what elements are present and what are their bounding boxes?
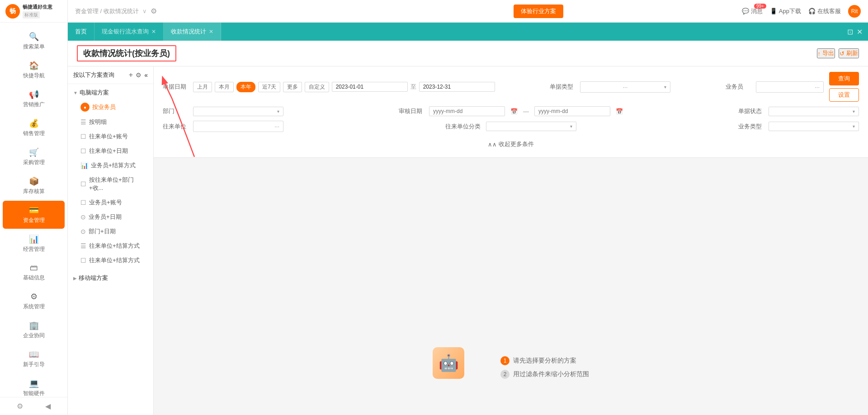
scheme-item-partner-account[interactable]: ☐ 往来单位+账号 [68, 129, 153, 144]
online-service-label: 在线客服 [817, 7, 841, 15]
nav-item-enterprise[interactable]: 🏢 企业协同 [3, 316, 65, 344]
date-from-input[interactable] [332, 82, 408, 92]
scheme-item-dept-date[interactable]: ⊙ 部门+日期 [68, 224, 153, 239]
online-service-button[interactable]: 🎧 在线客服 [808, 7, 841, 15]
filter-area: 单据日期 上月 本月 本年 近7天 更多 自定义 至 [154, 66, 868, 158]
nav-item-hardware[interactable]: 💻 智能硬件 [3, 374, 65, 397]
calendar-icon-1[interactable]: 📅 [510, 108, 518, 115]
refresh-button[interactable]: ↺ 刷新 [839, 48, 859, 58]
date-btn-last-month[interactable]: 上月 [193, 82, 212, 92]
tab-receipt-stats-close-icon[interactable]: ✕ [209, 28, 213, 35]
tab-home-label: 首页 [75, 28, 87, 36]
nav-item-inventory[interactable]: 📦 库存核算 [3, 172, 65, 200]
export-button[interactable]: ↑ 导出 [817, 48, 835, 58]
filter-actions: 查询 设置 [829, 72, 859, 102]
trial-button[interactable]: 体验行业方案 [514, 5, 563, 18]
tab-home[interactable]: 首页 [68, 23, 94, 41]
salesman-select[interactable]: ··· [756, 81, 824, 93]
dept-arrow-icon: ▾ [277, 109, 279, 114]
partner-type-label: 往来单位分类 [445, 123, 481, 131]
salesman-more-icon[interactable]: ··· [815, 84, 820, 90]
tabbar: 首页 现金银行流水查询 ✕ 收款情况统计 ✕ ⊡ ✕ [68, 23, 868, 41]
sidebar-collapse-button[interactable]: ◀ [45, 402, 51, 410]
scheme-item-partner-date[interactable]: ☐ 往来单位+日期 [68, 144, 153, 158]
doc-type-select[interactable]: ··· ▾ [580, 81, 670, 93]
scheme-item-partner-dept-receipt[interactable]: ☐ 按往来单位+部门+收... [68, 173, 153, 195]
biz-type-select[interactable]: ▾ [769, 122, 859, 131]
partner-more-icon[interactable]: ··· [274, 123, 279, 130]
date-btn-7days[interactable]: 近7天 [258, 82, 280, 92]
collapse-more-button[interactable]: ∧∧ 收起更多条件 [484, 137, 538, 152]
nav-item-operation[interactable]: 📊 经营管理 [3, 230, 65, 258]
basic-icon: 🗃 [30, 263, 38, 273]
scheme-item-by-salesman[interactable]: ● 按业务员 [68, 99, 153, 115]
scheme-item-salesman-account[interactable]: ☐ 业务员+账号 [68, 195, 153, 210]
nav-item-finance[interactable]: 💳 资金管理 [3, 201, 65, 229]
partner-type-select[interactable]: ▾ [486, 122, 576, 131]
scheme-item-salesman-settlement[interactable]: 📊 业务员+结算方式 [68, 158, 153, 173]
app-download-icon: 📱 [770, 8, 777, 14]
partner-settlement1-icon: ☰ [80, 242, 86, 250]
salesman-dot-icon: ● [84, 105, 86, 110]
nav-item-basic[interactable]: 🗃 基础信息 [3, 259, 65, 286]
partner-input[interactable]: ··· [193, 121, 283, 132]
topbar-breadcrumb: 资金管理 / 收款情况统计 [75, 7, 139, 15]
nav-item-marketing[interactable]: 📢 营销推广 [3, 85, 65, 113]
tab-bank-flow[interactable]: 现金银行流水查询 ✕ [94, 23, 164, 41]
left-panel-icons: + ⚙ « [129, 71, 148, 79]
filter-row-3: 往来单位 ··· 往来单位分类 ▾ 业务类型 [163, 121, 859, 132]
add-scheme-button[interactable]: + [129, 71, 133, 79]
topbar: 资金管理 / 收款情况统计 ∨ ⚙ 体验行业方案 💬 消息 99+ 📱 App下… [68, 0, 868, 23]
nav-label-guide: 新手引导 [23, 361, 45, 368]
date-range-separator: 至 [410, 83, 416, 91]
nav-item-search-menu[interactable]: 🔍 搜索菜单 [3, 27, 65, 55]
nav-item-system[interactable]: ⚙ 系统管理 [3, 287, 65, 315]
scheme-item-partner-settlement1[interactable]: ☰ 往来单位+结算方式 [68, 239, 153, 253]
date-btn-more[interactable]: 更多 [283, 82, 302, 92]
tab-window-icon[interactable]: ✕ [857, 28, 863, 36]
app-download-button[interactable]: 📱 App下载 [770, 7, 801, 15]
tab-bank-flow-close-icon[interactable]: ✕ [151, 28, 156, 35]
doc-type-more-icon[interactable]: ··· [623, 84, 627, 90]
nav-item-quick-nav[interactable]: 🏠 快捷导航 [3, 56, 65, 84]
user-avatar[interactable]: Rit [848, 5, 861, 18]
scheme-item-salesman-date[interactable]: ⊙ 业务员+日期 [68, 210, 153, 224]
audit-to-input[interactable] [534, 106, 610, 116]
sidebar-settings-button[interactable]: ⚙ [17, 402, 23, 410]
scheme-group-pc-header[interactable]: ▼ 电脑端方案 [68, 86, 153, 99]
date-btn-custom[interactable]: 自定义 [305, 82, 329, 92]
collapse-row: ∧∧ 收起更多条件 [163, 137, 859, 152]
filter-settings-button[interactable]: 设置 [829, 88, 859, 102]
query-button[interactable]: 查询 [829, 72, 859, 85]
scheme-settings-icon[interactable]: ⚙ [136, 71, 142, 79]
nav-item-sales[interactable]: 💰 销售管理 [3, 114, 65, 142]
collapse-chevron-icon: ∧∧ [488, 141, 497, 148]
dept-select[interactable]: ▾ [193, 107, 283, 116]
scheme-item-partner-settlement2[interactable]: ☐ 往来单位+结算方式 [68, 253, 153, 268]
filter-row-2: 部门 ▾ 审核日期 📅 — 📅 单据状态 [163, 106, 859, 116]
scheme-group-mobile-header[interactable]: ▶ 移动端方案 [68, 271, 153, 285]
doc-status-select[interactable]: ▾ [769, 107, 859, 116]
scheme-item-partner-dept-receipt-label: 按往来单位+部门+收... [89, 176, 148, 192]
tab-receipt-stats[interactable]: 收款情况统计 ✕ [164, 23, 221, 41]
logo-text: 畅捷通好生意 [23, 4, 52, 10]
topbar-gear-icon[interactable]: ⚙ [151, 7, 157, 15]
audit-from-input[interactable] [429, 106, 505, 116]
dept-label: 部门 [163, 107, 188, 115]
sidebar-bottom: ⚙ ◀ [0, 397, 67, 415]
date-btn-this-month[interactable]: 本月 [215, 82, 234, 92]
nav-item-guide[interactable]: 📖 新手引导 [3, 345, 65, 373]
doc-type-label: 单据类型 [550, 83, 575, 91]
date-to-input[interactable] [419, 82, 495, 92]
nav-item-purchase[interactable]: 🛒 采购管理 [3, 143, 65, 171]
panel-collapse-button[interactable]: « [144, 71, 148, 79]
tab-maximize-icon[interactable]: ⊡ [847, 28, 853, 36]
filter-row-1: 单据日期 上月 本月 本年 近7天 更多 自定义 至 [163, 72, 859, 102]
sidebar: 畅 畅捷通好生意 标准版 🔍 搜索菜单 🏠 快捷导航 📢 营销推广 💰 销售管理… [0, 0, 68, 415]
scheme-item-by-detail[interactable]: ☰ 按明细 [68, 115, 153, 129]
calendar-icon-2[interactable]: 📅 [616, 108, 623, 115]
salesman-date-icon: ⊙ [80, 213, 86, 221]
message-button[interactable]: 💬 消息 99+ [742, 7, 763, 15]
date-btn-this-year[interactable]: 本年 [236, 82, 255, 92]
scheme-item-partner-account-label: 往来单位+账号 [89, 132, 128, 141]
